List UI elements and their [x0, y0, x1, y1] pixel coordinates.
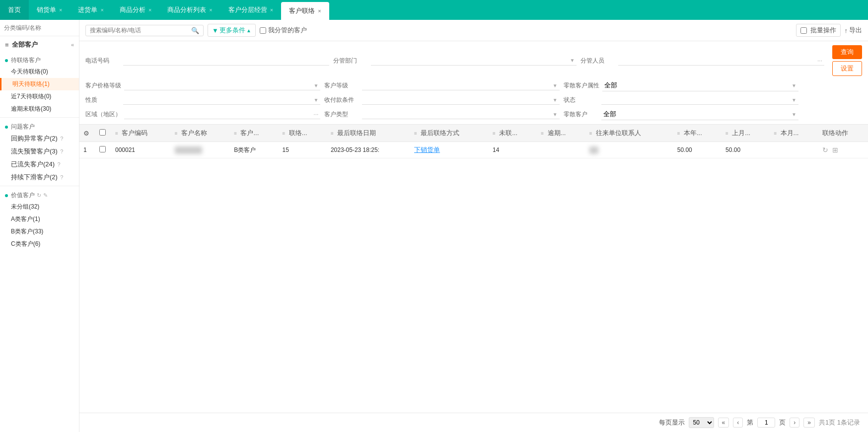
top-nav: 首页 销货单 × 进货单 × 商品分析 × 商品分析列表 × 客户分层经营 × … — [0, 0, 868, 20]
toolbar-search-icon[interactable]: 🔍 — [191, 27, 199, 34]
nav-product-analysis-list[interactable]: 商品分析列表 × — [159, 0, 220, 20]
refresh-icon[interactable]: ↻ — [37, 192, 41, 199]
sidebar-item-declining[interactable]: 持续下滑客户(2) ? — [0, 171, 79, 184]
filter-retail-attr-wrap[interactable]: 全部 ▼ — [602, 80, 798, 91]
filter-nature-wrap[interactable]: ▼ — [123, 95, 320, 105]
settings-icon[interactable]: ⚙ — [83, 130, 89, 137]
td-last-contact-method[interactable]: 下销货单 — [410, 142, 489, 158]
nav-customer-layered[interactable]: 客户分层经营 × — [220, 0, 281, 20]
nav-close-icon[interactable]: × — [100, 7, 103, 13]
filter-dept-input[interactable] — [373, 57, 568, 64]
sidebar-all-customers[interactable]: ≡ 全部客户 « — [0, 36, 79, 53]
sidebar-collapse-arrow[interactable]: « — [71, 42, 74, 48]
filter-label-customer-level: 客户等级 — [324, 81, 359, 90]
sidebar-item-class-b[interactable]: B类客户(33) — [0, 225, 79, 238]
page-input[interactable] — [757, 418, 775, 428]
filter-price-level-wrap[interactable]: ▼ — [124, 81, 320, 90]
filter-payment-wrap[interactable]: ▼ — [362, 95, 559, 105]
action-grid-icon[interactable]: ⊞ — [832, 146, 838, 154]
filter-dept-select-wrap[interactable]: ▼ — [371, 56, 577, 66]
table-header-row: ⚙ ≡ 客户编码 ≡ 客户名称 — [79, 125, 868, 142]
sidebar-item-ungroup[interactable]: 未分组(32) — [0, 201, 79, 213]
filter-nature-input[interactable] — [125, 96, 311, 103]
nav-close-icon[interactable]: × — [148, 7, 151, 13]
filter-label-dept: 分管部门 — [333, 57, 368, 65]
section-dot — [5, 59, 8, 62]
page-unit: 页 — [779, 418, 786, 427]
filter-region: 区域（地区） ··· — [85, 110, 320, 119]
nav-product-analysis[interactable]: 商品分析 × — [112, 0, 159, 20]
filter-customer-level-input[interactable] — [364, 82, 550, 89]
set-btn[interactable]: 设置 — [832, 61, 862, 76]
nav-home[interactable]: 首页 — [0, 0, 29, 20]
th-customer-name[interactable]: ≡ 客户名称 — [171, 125, 230, 142]
sidebar-item-tomorrow-contact[interactable]: 明天待联络(1) — [0, 78, 79, 90]
filter-customer-level-wrap[interactable]: ▼ — [362, 81, 559, 90]
nav-sales-order[interactable]: 销货单 × — [29, 0, 70, 20]
edit-icon[interactable]: ✎ — [43, 192, 48, 199]
prev-page-btn[interactable]: ‹ — [733, 418, 743, 428]
td-last-contact-date: 2023-05-23 18:25: — [327, 142, 410, 158]
filter-retail-customer-wrap[interactable]: 全部 ▼ — [601, 109, 798, 120]
filter-payment-input[interactable] — [364, 96, 550, 103]
row-checkbox[interactable] — [99, 146, 106, 152]
filter-customer-type-wrap[interactable]: ▼ — [362, 110, 559, 119]
th-contact[interactable]: ≡ 联络... — [279, 125, 327, 142]
th-last-contact-date[interactable]: ≡ 最后联络日期 — [327, 125, 410, 142]
th-customer-code[interactable]: ≡ 客户编码 — [111, 125, 171, 142]
th-settings[interactable]: ⚙ — [79, 125, 95, 142]
th-sort-icon: ≡ — [234, 131, 237, 136]
toolbar: 🔍 ▼ 更多条件 ▲ 我分管的客户 批量操作 ↑ 导出 — [79, 20, 868, 41]
export-btn[interactable]: ↑ 导出 — [845, 26, 863, 35]
my-customer-checkbox[interactable] — [260, 27, 266, 34]
sidebar-item-churn-warning[interactable]: 流失预警客户(3) ? — [0, 145, 79, 158]
nav-customer-contact[interactable]: 客户联络 × — [281, 2, 329, 20]
filter-phone-input[interactable] — [125, 57, 327, 64]
th-no-contact-days[interactable]: ≡ 未联... — [489, 125, 537, 142]
th-last-contact-method[interactable]: ≡ 最后联络方式 — [410, 125, 489, 142]
th-last-month[interactable]: ≡ 上月... — [722, 125, 770, 142]
chevron-icon: ▲ — [246, 28, 251, 33]
filter-dots-icon[interactable]: ··· — [817, 57, 822, 64]
sidebar-search-input[interactable] — [4, 24, 78, 31]
next-page-btn[interactable]: › — [790, 418, 799, 428]
filter-region-dots-icon[interactable]: ··· — [313, 111, 318, 118]
search-wrap: 🔍 — [85, 25, 204, 36]
th-customer-type[interactable]: ≡ 客户... — [230, 125, 278, 142]
th-overdue[interactable]: ≡ 逾期... — [537, 125, 585, 142]
sidebar-item-class-c[interactable]: C类客户(6) — [0, 238, 79, 250]
sidebar-item-repurchase-abnormal[interactable]: 回购异常客户(2) ? — [0, 132, 79, 145]
action-refresh-icon[interactable]: ↻ — [822, 146, 828, 154]
th-contact-person[interactable]: ≡ 往来单位联系人 — [585, 125, 673, 142]
filter-status-wrap[interactable]: ▼ — [601, 95, 798, 105]
batch-op-btn[interactable]: 批量操作 — [796, 24, 841, 37]
filter-customer-type-input[interactable] — [364, 111, 550, 118]
batch-checkbox[interactable] — [800, 27, 807, 34]
search-input[interactable] — [90, 27, 189, 34]
contact-method-link[interactable]: 下销货单 — [414, 146, 440, 153]
sidebar-item-today-contact[interactable]: 今天待联络(0) — [0, 66, 79, 78]
sidebar-item-7day-contact[interactable]: 近7天待联络(0) — [0, 90, 79, 103]
sidebar-item-class-a[interactable]: A类客户(1) — [0, 213, 79, 225]
nav-close-icon[interactable]: × — [59, 7, 62, 13]
nav-close-icon[interactable]: × — [318, 8, 321, 14]
td-customer-type: B类客户 — [230, 142, 278, 158]
nav-close-icon[interactable]: × — [209, 7, 212, 13]
td-last-month: 50.00 — [722, 142, 770, 158]
sidebar-item-churned[interactable]: 已流失客户(24) ? — [0, 158, 79, 171]
td-checkbox — [95, 142, 111, 158]
nav-purchase-order[interactable]: 进货单 × — [70, 0, 111, 20]
per-page-select[interactable]: 50 100 200 — [689, 417, 714, 428]
filter-btn[interactable]: ▼ 更多条件 ▲ — [208, 24, 256, 37]
last-page-btn[interactable]: » — [803, 418, 815, 428]
filter-price-level-input[interactable] — [126, 82, 311, 89]
query-btn[interactable]: 查询 — [832, 45, 862, 59]
sidebar-item-overdue-contact[interactable]: 逾期未联络(30) — [0, 103, 79, 115]
first-page-btn[interactable]: « — [718, 418, 729, 428]
nav-close-icon[interactable]: × — [270, 7, 273, 13]
th-this-month[interactable]: ≡ 本月... — [770, 125, 818, 142]
filter-status-input[interactable] — [603, 96, 790, 103]
th-sort-icon: ≡ — [677, 131, 680, 136]
th-current-year[interactable]: ≡ 本年... — [673, 125, 722, 142]
select-all-checkbox[interactable] — [99, 129, 106, 136]
